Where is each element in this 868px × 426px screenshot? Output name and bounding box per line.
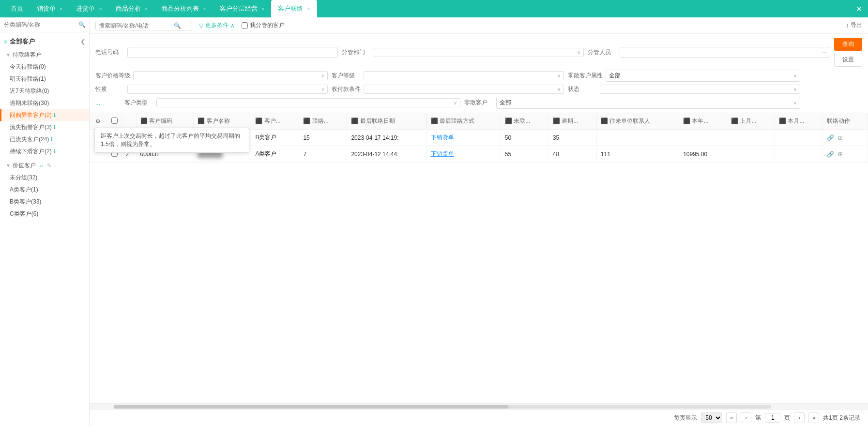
col-settings[interactable]: ⚙ xyxy=(90,113,107,130)
close-customer-tier-icon[interactable]: × xyxy=(261,6,264,12)
more-filter-btn[interactable]: ... xyxy=(95,100,100,106)
filter-customer-type: 客户类型 ∨ xyxy=(124,98,460,107)
sidebar-item-today[interactable]: 今天待联络(0) xyxy=(0,61,89,73)
close-all-button[interactable]: ✕ xyxy=(856,4,862,14)
row2-link-icon[interactable]: 🔗 xyxy=(827,151,834,158)
col-last-month[interactable]: ⬛ 上月... xyxy=(727,113,775,130)
filter-retail-attr: 零散客户属性 全部 ∨ xyxy=(568,70,800,82)
last-page-button[interactable]: » xyxy=(808,412,819,423)
sidebar-item-repurchase-abnormal[interactable]: 回购异常客户(2) ℹ xyxy=(0,109,89,121)
col-this-month[interactable]: ⬛ 本月... xyxy=(775,113,823,130)
nav-tab-product-analysis[interactable]: 商品分析 × xyxy=(109,0,154,17)
row2-method-link[interactable]: 下销货单 xyxy=(431,150,454,157)
col-unit-contact[interactable]: ⬛ 往来单位联系人 xyxy=(596,113,679,130)
filter-status-select[interactable]: ∨ xyxy=(600,85,800,94)
sidebar-item-continuous-decline[interactable]: 持续下滑客户(2) ℹ xyxy=(0,146,89,158)
main-layout: 🔍 ≡ 全部客户 ❮ ▼ 待联络客户 今天待联络(0) 明天待联络(1) 近7天… xyxy=(0,17,868,426)
select-all-checkbox[interactable] xyxy=(111,118,118,124)
sidebar-item-overdue[interactable]: 逾期未联络(30) xyxy=(0,97,89,109)
row1-action: 🔗 ⊞ xyxy=(823,130,868,146)
sidebar-item-already-lost[interactable]: 已流失客户(24) ℹ xyxy=(0,133,89,146)
filter-person-select[interactable]: ··· xyxy=(620,47,830,58)
sort-last-month-icon: ⬛ xyxy=(731,118,738,124)
pending-contact-group[interactable]: ▼ 待联络客户 xyxy=(0,49,89,61)
col-type[interactable]: ⬛ 客户... xyxy=(251,113,299,130)
settings-icon[interactable]: ⚙ xyxy=(95,118,101,125)
page-input[interactable] xyxy=(765,413,780,423)
filter-retail-customer-select[interactable]: 全部 ∨ xyxy=(496,97,800,109)
sidebar-search-input[interactable] xyxy=(4,21,76,28)
col-this-year[interactable]: ⬛ 本年... xyxy=(679,113,727,130)
sidebar-item-c-class[interactable]: C类客户(6) xyxy=(0,208,89,220)
row1-overdue: 35 xyxy=(548,130,596,146)
scroll-thumb[interactable] xyxy=(114,405,508,409)
col-last-contact-method[interactable]: ⬛ 最后联络方式 xyxy=(426,113,501,130)
sidebar-item-a-class[interactable]: A类客户(1) xyxy=(0,184,89,196)
search-input[interactable] xyxy=(99,22,174,29)
sidebar-item-lost-risk[interactable]: 流失预警客户(3) ℹ xyxy=(0,121,89,133)
filter-price-grade-select[interactable]: ∨ xyxy=(133,71,328,80)
col-overdue[interactable]: ⬛ 逾期... xyxy=(548,113,596,130)
more-conditions-button[interactable]: ▽ 更多条件 ∧ xyxy=(196,20,238,30)
value-edit-icon[interactable]: ✎ xyxy=(47,162,51,169)
settings-button[interactable]: 设置 xyxy=(834,53,862,67)
row1-method[interactable]: 下销货单 xyxy=(426,130,501,146)
col-last-contact-date[interactable]: ⬛ 最后联络日期 xyxy=(347,113,426,130)
prev-page-button[interactable]: ‹ xyxy=(741,412,751,423)
col-num xyxy=(122,113,136,130)
all-customers-title[interactable]: ≡ 全部客户 ❮ xyxy=(0,34,89,49)
filter-retail-attr-select[interactable]: 全部 ∨ xyxy=(606,70,800,82)
nav-tab-home[interactable]: 首页 xyxy=(4,0,30,17)
filter-customer-type-select[interactable]: ∨ xyxy=(156,98,460,107)
close-product-analysis-icon[interactable]: × xyxy=(145,6,148,12)
close-customer-contact-icon[interactable]: × xyxy=(307,6,310,12)
sidebar-search-icon[interactable]: 🔍 xyxy=(78,21,86,28)
filter-retail-customer-label: 零散客户 xyxy=(464,99,493,107)
filter-row-3: 性质 ∨ 收付款条件 ∨ 状态 xyxy=(95,85,862,94)
sort-name-icon: ⬛ xyxy=(198,118,205,124)
row2-grid-icon[interactable]: ⊞ xyxy=(838,151,843,158)
row2-method[interactable]: 下销货单 xyxy=(426,146,501,162)
filter-person: 分管人员 ··· xyxy=(588,47,830,58)
col-contact[interactable]: ⬛ 联络... xyxy=(299,113,347,130)
filter-status-label: 状态 xyxy=(568,85,597,93)
search-icon[interactable]: 🔍 xyxy=(174,22,181,29)
filter-phone-input[interactable] xyxy=(127,47,338,58)
filter-payment-select[interactable]: ∨ xyxy=(364,85,564,94)
sidebar-item-ungroup[interactable]: 未分组(32) xyxy=(0,172,89,184)
close-purchase-icon[interactable]: × xyxy=(99,6,102,12)
row1-this-year xyxy=(679,130,727,146)
row1-grid-icon[interactable]: ⊞ xyxy=(838,134,843,141)
nav-tab-customer-tier[interactable]: 客户分层经营 × xyxy=(213,0,271,17)
sidebar-item-b-class[interactable]: B类客户(33) xyxy=(0,196,89,208)
sidebar-item-tomorrow[interactable]: 明天待联络(1) xyxy=(0,73,89,85)
close-sales-icon[interactable]: × xyxy=(60,6,62,12)
nav-tab-product-list[interactable]: 商品分析列表 × xyxy=(154,0,213,17)
per-page-select[interactable]: 50 xyxy=(701,412,722,423)
my-customer-checkbox[interactable] xyxy=(242,22,248,29)
next-page-button[interactable]: › xyxy=(794,412,805,423)
row2-unit-contact: 111 xyxy=(596,146,679,162)
close-product-list-icon[interactable]: × xyxy=(203,6,206,12)
filter-payment-label: 收付款条件 xyxy=(332,85,361,93)
nav-tab-sales[interactable]: 销货单 × xyxy=(30,0,69,17)
col-code[interactable]: ⬛ 客户编码 xyxy=(136,113,194,130)
nav-tab-purchase[interactable]: 进货单 × xyxy=(69,0,108,17)
value-customer-group[interactable]: ▼ 价值客户 ○ ✎ xyxy=(0,160,89,172)
sort-year-icon: ⬛ xyxy=(683,118,690,124)
horizontal-scrollbar[interactable] xyxy=(90,403,868,409)
table-header-row: ⚙ ⬛ 客户编码 ⬛ 客户名称 xyxy=(90,113,868,130)
row1-method-link[interactable]: 下销货单 xyxy=(431,134,454,141)
sidebar-item-7days[interactable]: 近7天待联络(0) xyxy=(0,85,89,97)
query-button[interactable]: 查询 xyxy=(834,38,862,51)
top-nav: 首页 销货单 × 进货单 × 商品分析 × 商品分析列表 × 客户分层经营 × … xyxy=(0,0,868,17)
nav-tab-customer-contact[interactable]: 客户联络 × xyxy=(271,0,317,17)
filter-nature-select[interactable]: ∨ xyxy=(127,85,328,94)
first-page-button[interactable]: « xyxy=(726,412,737,423)
filter-customer-grade-select[interactable]: ∨ xyxy=(364,71,564,80)
filter-dept-select[interactable]: ∨ xyxy=(374,48,584,57)
col-unreached[interactable]: ⬛ 未联... xyxy=(501,113,548,130)
export-button[interactable]: ↑ 导出 xyxy=(846,21,862,29)
col-name[interactable]: ⬛ 客户名称 xyxy=(194,113,251,130)
row1-link-icon[interactable]: 🔗 xyxy=(827,134,834,141)
